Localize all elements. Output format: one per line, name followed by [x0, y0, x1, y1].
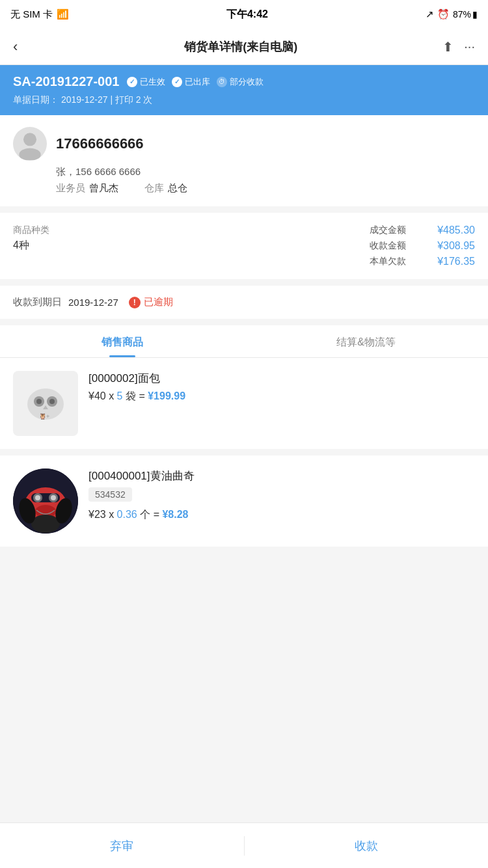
- due-date-value: 2019-12-27: [68, 297, 118, 308]
- product-list: 🦉+ [0000002]面包 ¥40 x 5 袋 = ¥199.99: [0, 358, 488, 547]
- deal-amount-label: 成交金额: [370, 224, 406, 236]
- financial-row-received: 收款金额 ¥308.95: [370, 240, 475, 252]
- customer-avatar: [13, 127, 47, 161]
- battery-indicator: 87% ▮: [453, 9, 478, 20]
- page-title: 销货单详情(来自电脑): [184, 39, 297, 55]
- badge-partial-payment: ⏱ 部分收款: [217, 76, 264, 88]
- svg-text:🦉+: 🦉+: [39, 413, 49, 420]
- abandon-review-button[interactable]: 弃审: [0, 825, 244, 867]
- svg-point-17: [31, 515, 60, 533]
- warehouse-label: 仓库: [144, 182, 164, 195]
- tab-settlement-logistics[interactable]: 结算&物流等: [244, 325, 488, 357]
- svg-point-6: [49, 399, 55, 404]
- check-icon-1: ✓: [127, 77, 137, 87]
- product-qty-cookie: 0.36: [117, 509, 137, 520]
- status-left: 无 SIM 卡 📶: [10, 8, 69, 21]
- customer-name-phone: 张，156 6666 6666: [56, 166, 475, 178]
- product-name-cookie: [000400001]黄油曲奇: [88, 468, 475, 483]
- financial-items: 成交金额 ¥485.30 收款金额 ¥308.95 本单欠款 ¥176.35: [370, 224, 475, 267]
- order-id: SA-20191227-001: [13, 74, 119, 89]
- tabs-section: 销售商品 结算&物流等: [0, 325, 488, 358]
- sales-label: 业务员: [56, 182, 85, 195]
- status-right: ↗ ⏰ 87% ▮: [426, 8, 478, 20]
- nav-bar: ‹ 销货单详情(来自电脑) ⬆ ···: [0, 29, 488, 65]
- check-icon-2: ✓: [172, 77, 182, 87]
- sales-name: 曾凡杰: [89, 182, 118, 195]
- clock-icon: ⏱: [217, 77, 227, 87]
- wifi-icon: 📶: [57, 8, 69, 20]
- financial-row-deal: 成交金额 ¥485.30: [370, 224, 475, 236]
- carrier-text: 无 SIM 卡: [10, 8, 53, 21]
- overdue-badge: ! 已逾期: [129, 296, 173, 308]
- product-qty-bread: 5: [117, 390, 123, 401]
- more-icon[interactable]: ···: [464, 39, 475, 54]
- product-price-cookie: ¥23 x 0.36 个 = ¥8.28: [88, 508, 475, 522]
- customer-section: 17666666666 张，156 6666 6666 业务员 曾凡杰 仓库 总…: [0, 115, 488, 206]
- tab-active-indicator: [109, 355, 135, 357]
- customer-id: 17666666666: [56, 135, 144, 152]
- received-amount-value: ¥308.95: [416, 240, 475, 252]
- product-sku-cookie: 534532: [88, 487, 132, 502]
- tab-sales-products[interactable]: 销售商品: [0, 325, 244, 357]
- location-icon: ↗: [426, 8, 434, 20]
- product-thumb-bread: 🦉+: [13, 371, 78, 436]
- product-item-bread: 🦉+ [0000002]面包 ¥40 x 5 袋 = ¥199.99: [0, 358, 488, 449]
- product-total-cookie: ¥8.28: [162, 509, 188, 520]
- svg-point-5: [36, 399, 42, 404]
- deal-amount-value: ¥485.30: [416, 224, 475, 236]
- bottom-bar: 弃审 收款: [0, 822, 488, 868]
- due-amount-label: 本单欠款: [370, 256, 406, 267]
- product-name-bread: [0000002]面包: [88, 371, 475, 386]
- alarm-icon: ⏰: [437, 8, 450, 20]
- status-bar: 无 SIM 卡 📶 下午4:42 ↗ ⏰ 87% ▮: [0, 0, 488, 29]
- share-icon[interactable]: ⬆: [442, 39, 454, 55]
- received-amount-label: 收款金额: [370, 240, 406, 252]
- financial-row-due: 本单欠款 ¥176.35: [370, 256, 475, 267]
- tabs-row: 销售商品 结算&物流等: [0, 325, 488, 357]
- order-header: SA-20191227-001 ✓ 已生效 ✓ 已出库 ⏱ 部分收款 单据日期：…: [0, 65, 488, 115]
- badge-shipped: ✓ 已出库: [172, 76, 210, 88]
- nav-actions: ⬆ ···: [442, 39, 475, 55]
- warehouse-name: 总仓: [168, 182, 187, 195]
- svg-point-15: [51, 495, 56, 500]
- product-count-label: 商品种类: [13, 224, 49, 236]
- product-item-cookie: [000400001]黄油曲奇 534532 ¥23 x 0.36 个 = ¥8…: [0, 455, 488, 547]
- product-info-cookie: [000400001]黄油曲奇 534532 ¥23 x 0.36 个 = ¥8…: [88, 468, 475, 522]
- collect-payment-button[interactable]: 收款: [245, 825, 489, 867]
- product-price-bread: ¥40 x 5 袋 = ¥199.99: [88, 390, 475, 403]
- svg-point-1: [19, 148, 40, 160]
- badge-activated: ✓ 已生效: [127, 76, 165, 88]
- product-thumb-cookie: [13, 468, 78, 534]
- due-date-section: 收款到期日 2019-12-27 ! 已逾期: [0, 286, 488, 319]
- status-badges: ✓ 已生效 ✓ 已出库 ⏱ 部分收款: [127, 76, 264, 88]
- status-time: 下午4:42: [226, 8, 268, 21]
- financials-section: 商品种类 4种 成交金额 ¥485.30 收款金额 ¥308.95 本单欠款 ¥…: [0, 213, 488, 279]
- overdue-warning-icon: !: [129, 297, 141, 308]
- product-total-bread: ¥199.99: [148, 390, 185, 401]
- order-date: 单据日期： 2019-12-27 | 打印 2 次: [13, 94, 475, 106]
- customer-meta: 业务员 曾凡杰 仓库 总仓: [56, 182, 475, 195]
- svg-point-0: [23, 133, 36, 146]
- due-amount-value: ¥176.35: [416, 256, 475, 267]
- product-info-bread: [0000002]面包 ¥40 x 5 袋 = ¥199.99: [88, 371, 475, 403]
- svg-point-14: [35, 495, 40, 500]
- product-count-value: 4种: [13, 239, 49, 252]
- battery-icon: ▮: [472, 9, 478, 20]
- product-count-block: 商品种类 4种: [13, 224, 49, 252]
- back-button[interactable]: ‹: [13, 38, 39, 55]
- due-date-label: 收款到期日: [13, 296, 62, 308]
- overdue-text: 已逾期: [144, 296, 173, 308]
